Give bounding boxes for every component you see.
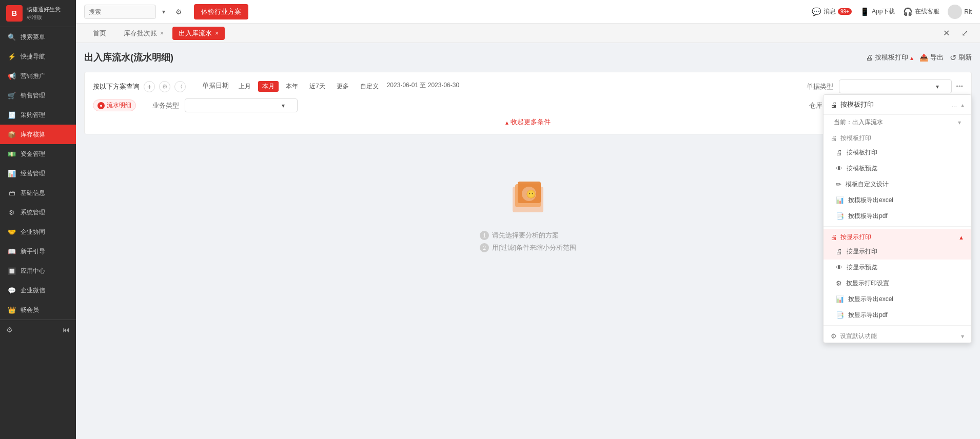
date-opt-more[interactable]: 更多 xyxy=(332,81,353,92)
sidebar-item-corp[interactable]: 企业协同 xyxy=(0,222,76,242)
dp-title-icon xyxy=(831,101,837,109)
online-service-btn[interactable]: 在线客服 xyxy=(903,7,939,16)
print-btn[interactable]: 按模板打印 xyxy=(866,53,913,62)
biz-select[interactable] xyxy=(185,98,298,112)
dp-template-custom-btn[interactable]: 模板自定义设计 xyxy=(824,176,971,192)
dp-default-caret[interactable] xyxy=(961,333,964,340)
hint-num-1: 1 xyxy=(480,231,489,240)
date-opt-custom[interactable]: 自定义 xyxy=(356,81,383,92)
type-select[interactable] xyxy=(839,79,952,93)
tab-batch[interactable]: 库存批次账 × xyxy=(115,24,172,42)
marketing-icon xyxy=(7,71,16,81)
page-content: 出入库流水(流水明细) 按模板打印 导出 刷新 xyxy=(76,43,980,439)
dp-template-pdf-btn[interactable]: 按模板导出pdf xyxy=(824,208,971,224)
filter-row-1: 按以下方案查询 + ⚙ 单据日期 上月 本月 本年 近7天 更多 自定义 xyxy=(93,79,963,93)
search-input[interactable] xyxy=(84,5,156,19)
sidebar-item-sys[interactable]: 系统管理 xyxy=(0,203,76,222)
sidebar-item-member[interactable]: 畅会员 xyxy=(0,300,76,320)
service-icon xyxy=(903,7,913,16)
trial-btn[interactable]: 体验行业方案 xyxy=(194,4,248,19)
empty-icon: 😶 xyxy=(502,171,554,223)
tab-batch-close[interactable]: × xyxy=(160,30,164,37)
dp-display-preview-btn[interactable]: 按显示预览 xyxy=(824,260,971,275)
tab-flow-close[interactable]: × xyxy=(215,30,219,37)
sidebar-search-label: 搜索菜单 xyxy=(21,33,45,42)
dp-display-excel-label: 按显示导出excel xyxy=(848,295,893,304)
tab-home[interactable]: 首页 xyxy=(84,24,115,42)
app-icon xyxy=(860,7,870,16)
sidebar-item-wechat[interactable]: 企业微信 xyxy=(0,281,76,300)
hint-text-2: 用[过滤]条件来缩小分析范围 xyxy=(492,243,576,252)
settings-icon[interactable] xyxy=(6,325,13,334)
tab-flow[interactable]: 出入库流水 × xyxy=(172,27,225,40)
page-title: 出入库流水(流水明细) xyxy=(84,51,173,64)
dp-display-excel-icon xyxy=(836,295,844,303)
user-avatar[interactable]: Rit xyxy=(948,5,972,19)
sidebar-purchase-label: 采购管理 xyxy=(21,111,45,119)
collapse-sidebar-btn[interactable]: ⏮ xyxy=(63,326,70,334)
dp-display-preview-icon xyxy=(836,264,842,271)
app-label: App下载 xyxy=(872,7,895,16)
date-range-label: 2023-06-01 至 2023-06-30 xyxy=(387,81,459,92)
dp-collapse-btn[interactable] xyxy=(961,101,964,109)
topbar-dropdown[interactable] xyxy=(162,8,165,15)
sidebar-item-guide[interactable]: 新手引导 xyxy=(0,242,76,261)
sidebar-marketing-label: 营销推广 xyxy=(21,72,45,81)
gear-icon xyxy=(175,7,182,16)
close-window-btn[interactable]: ✕ xyxy=(939,26,953,41)
fund-icon xyxy=(7,149,16,158)
filter-config-btn[interactable]: ⚙ xyxy=(159,81,170,92)
topbar: 体验行业方案 消息 99+ App下载 在线客服 Rit xyxy=(76,0,980,24)
type-select-arrow xyxy=(936,83,939,90)
dp-template-preview-icon xyxy=(836,165,842,172)
messages-btn[interactable]: 消息 99+ xyxy=(812,7,852,16)
export-label: 导出 xyxy=(930,53,944,62)
date-opt-last-month[interactable]: 上月 xyxy=(234,81,255,92)
page-header: 出入库流水(流水明细) 按模板打印 导出 刷新 xyxy=(84,51,972,64)
date-opt-this-month[interactable]: 本月 xyxy=(258,81,279,92)
sidebar-item-search[interactable]: 搜索菜单 xyxy=(0,27,76,47)
sidebar-item-fund[interactable]: 资金管理 xyxy=(0,144,76,164)
sidebar-item-apps[interactable]: 应用中心 xyxy=(0,261,76,281)
sidebar-item-marketing[interactable]: 营销推广 xyxy=(0,66,76,86)
dp-display-settings-btn[interactable]: 按显示打印设置 xyxy=(824,275,971,291)
maximize-window-btn[interactable]: ⤢ xyxy=(957,26,972,41)
type-more-btn[interactable]: ••• xyxy=(956,83,963,90)
filter-collapse-btn[interactable] xyxy=(174,81,186,92)
dp-template-preview-label: 按模板预览 xyxy=(847,164,877,173)
dp-template-custom-label: 模板自定义设计 xyxy=(846,180,889,189)
export-btn[interactable]: 导出 xyxy=(919,53,944,62)
dp-template-excel-btn[interactable]: 按模板导出excel xyxy=(824,192,971,208)
dp-default-section: 设置默认功能 xyxy=(824,328,971,343)
hint-text-1: 请先选择要分析的方案 xyxy=(492,231,559,240)
sidebar-fund-label: 资金管理 xyxy=(21,150,45,158)
dp-current-caret[interactable] xyxy=(958,119,961,126)
topbar-gear-btn[interactable] xyxy=(171,5,186,19)
date-opt-7days[interactable]: 近7天 xyxy=(305,81,329,92)
sidebar-item-inventory[interactable]: 库存核算 xyxy=(0,125,76,144)
dp-display-print-btn[interactable]: 按显示打印 xyxy=(824,244,971,260)
sidebar-item-ops[interactable]: 经营管理 xyxy=(0,164,76,183)
refresh-btn[interactable]: 刷新 xyxy=(950,53,972,63)
sidebar-item-purchase[interactable]: 采购管理 xyxy=(0,105,76,125)
dp-template-excel-label: 按模板导出excel xyxy=(848,196,893,205)
dp-template-preview-btn[interactable]: 按模板预览 xyxy=(824,161,971,176)
sidebar-sys-label: 系统管理 xyxy=(21,208,45,217)
chevron-icon xyxy=(177,82,183,91)
dp-display-pdf-btn[interactable]: 按显示导出pdf xyxy=(824,307,971,323)
dp-display-excel-btn[interactable]: 按显示导出excel xyxy=(824,291,971,307)
sidebar-item-quicknav[interactable]: 快捷导航 xyxy=(0,47,76,66)
dp-display-caret[interactable]: ▲ xyxy=(958,234,964,241)
base-icon xyxy=(7,188,16,197)
sidebar-item-base[interactable]: 基础信息 xyxy=(0,183,76,203)
date-opt-this-year[interactable]: 本年 xyxy=(282,81,302,92)
sidebar-item-sales[interactable]: 销售管理 xyxy=(0,86,76,105)
active-filter-tag[interactable]: ● 流水明细 xyxy=(93,99,136,111)
dp-more-btn[interactable]: ... xyxy=(951,101,957,109)
add-filter-btn[interactable]: + xyxy=(144,81,155,92)
type-label: 单据类型 xyxy=(807,82,835,91)
dp-template-print-btn[interactable]: 按模板打印 xyxy=(824,145,971,161)
app-download-btn[interactable]: App下载 xyxy=(860,7,895,16)
dp-template-print-label: 按模板打印 xyxy=(847,148,877,157)
dp-display-settings-icon xyxy=(836,280,842,287)
